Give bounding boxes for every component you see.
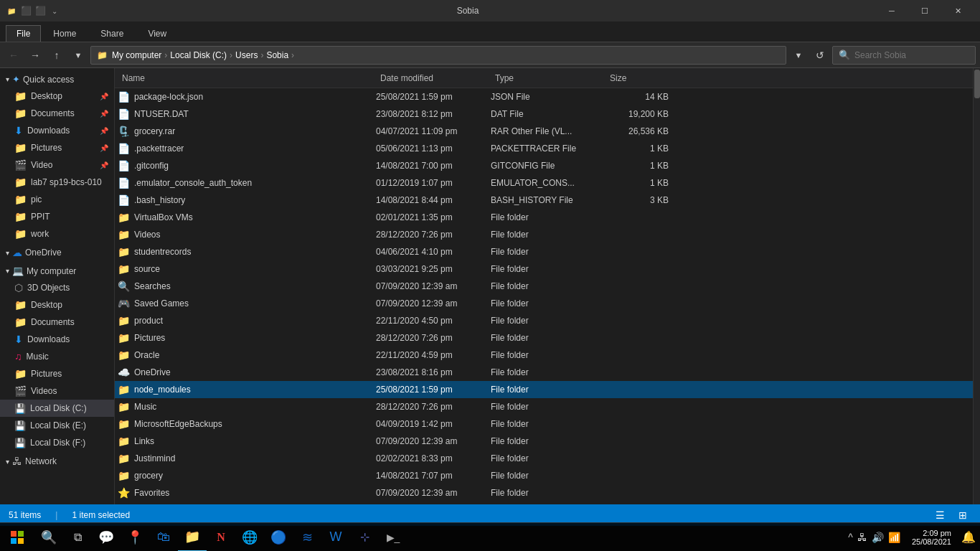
table-row[interactable]: 📁 Oracle 22/11/2020 4:59 pm File folder: [115, 347, 973, 364]
table-row[interactable]: 📁 Videos 28/12/2020 7:26 pm File folder: [115, 226, 973, 243]
table-row[interactable]: 📁 node_modules 25/08/2021 1:59 pm File f…: [115, 381, 973, 398]
tab-file[interactable]: File: [6, 25, 41, 42]
tray-network-icon[interactable]: 🖧: [857, 532, 867, 543]
col-header-size[interactable]: Size: [606, 68, 677, 88]
back-button[interactable]: ←: [4, 46, 23, 65]
terminal-button[interactable]: ▶_: [379, 523, 407, 552]
search-box[interactable]: 🔍: [832, 46, 976, 65]
quick-access-icon[interactable]: ⬛: [20, 5, 32, 17]
sidebar-item-localdisk-f[interactable]: 💾 Local Disk (F:): [0, 434, 114, 451]
notification-button[interactable]: 🔔: [957, 523, 980, 552]
refresh-button[interactable]: ↺: [811, 46, 829, 65]
table-row[interactable]: 🗜️ grocery.rar 04/07/2021 11:09 pm RAR O…: [115, 123, 973, 140]
sidebar-item-music-mc[interactable]: ♫ Music: [0, 348, 114, 365]
word-button[interactable]: W: [321, 523, 350, 552]
tray-speaker-icon[interactable]: 🔊: [872, 532, 884, 543]
sidebar-item-localdisk-c[interactable]: 💾 Local Disk (C:): [0, 400, 114, 417]
tab-home[interactable]: Home: [41, 25, 88, 42]
sidebar-item-lab7[interactable]: 📁 lab7 sp19-bcs-010: [0, 174, 114, 191]
browser-button[interactable]: 🌐: [235, 523, 264, 552]
sidebar-item-videos-mc[interactable]: 🎬 Videos: [0, 382, 114, 400]
recent-locations-button[interactable]: ▼: [69, 46, 88, 65]
sidebar-item-pictures-qa[interactable]: 📁 Pictures 📌: [0, 139, 114, 156]
close-button[interactable]: ✕: [941, 0, 974, 22]
search-input[interactable]: [854, 50, 969, 60]
table-row[interactable]: 📄 NTUSER.DAT 23/08/2021 8:12 pm DAT File…: [115, 105, 973, 123]
table-row[interactable]: 📄 .gitconfig 14/08/2021 7:00 pm GITCONFI…: [115, 157, 973, 174]
sidebar-header-network[interactable]: ▾ 🖧 Network: [0, 453, 114, 470]
cisco-button[interactable]: ≋: [293, 523, 321, 552]
path-users[interactable]: Users: [235, 50, 258, 60]
table-row[interactable]: 🔍 Searches 07/09/2020 12:39 am File fold…: [115, 278, 973, 295]
sidebar-header-onedrive[interactable]: ▾ ☁ OneDrive: [0, 244, 114, 261]
sidebar-item-documents-mc[interactable]: 📁 Documents: [0, 314, 114, 331]
maps-button[interactable]: 📍: [121, 523, 149, 552]
col-header-date[interactable]: Date modified: [376, 68, 491, 88]
tray-arrow-icon[interactable]: ^: [848, 532, 853, 543]
table-row[interactable]: 📁 Links 07/09/2020 12:39 am File folder: [115, 433, 973, 450]
address-dropdown-button[interactable]: ▼: [789, 46, 808, 65]
table-row[interactable]: 📁 Music 28/12/2020 7:26 pm File folder: [115, 398, 973, 415]
sidebar-item-localdisk-e[interactable]: 💾 Local Disk (E:): [0, 417, 114, 434]
table-row[interactable]: 📁 VirtualBox VMs 02/01/2021 1:35 pm File…: [115, 209, 973, 226]
sidebar-item-documents-qa[interactable]: 📁 Documents 📌: [0, 105, 114, 122]
chrome-button[interactable]: 🔵: [264, 523, 293, 552]
details-view-button[interactable]: ☰: [931, 507, 948, 524]
maximize-button[interactable]: ☐: [908, 0, 941, 22]
large-icons-button[interactable]: ⊞: [954, 507, 971, 524]
table-row[interactable]: 📁 source 03/03/2021 9:25 pm File folder: [115, 260, 973, 278]
table-row[interactable]: 🎮 Saved Games 07/09/2020 12:39 am File f…: [115, 295, 973, 312]
sidebar-item-work[interactable]: 📁 work: [0, 225, 114, 242]
vscode-button[interactable]: ⊹: [350, 523, 379, 552]
tab-view[interactable]: View: [136, 25, 179, 42]
store-button[interactable]: 🛍: [149, 523, 178, 552]
table-row[interactable]: 📄 package-lock.json 25/08/2021 1:59 pm J…: [115, 88, 973, 105]
sidebar-header-mycomputer[interactable]: ▾ 💻 My computer: [0, 263, 114, 279]
sidebar-item-pic[interactable]: 📁 pic: [0, 191, 114, 208]
path-sobia[interactable]: Sobia: [266, 50, 288, 60]
path-mycomputer[interactable]: My computer: [112, 50, 161, 60]
table-row[interactable]: 📁 eclipse-workspace 09/07/2021 5:23 pm F…: [115, 501, 973, 504]
sidebar-item-3dobjects[interactable]: ⬡ 3D Objects: [0, 279, 114, 296]
search-button[interactable]: 🔍: [34, 523, 63, 552]
sidebar-item-video-qa[interactable]: 🎬 Video 📌: [0, 156, 114, 174]
sidebar-item-pictures-mc[interactable]: 📁 Pictures: [0, 365, 114, 382]
sidebar-item-downloads-qa[interactable]: ⬇ Downloads 📌: [0, 122, 114, 139]
clock[interactable]: 2:09 pm 25/08/2021: [906, 529, 957, 546]
table-row[interactable]: ☁️ OneDrive 23/08/2021 8:16 pm File fold…: [115, 364, 973, 381]
col-header-type[interactable]: Type: [491, 68, 606, 88]
netflix-button[interactable]: N: [207, 523, 235, 552]
sidebar-header-quickaccess[interactable]: ▾ ✦ Quick access: [0, 71, 114, 88]
tray-wifi-icon[interactable]: 📶: [888, 532, 900, 543]
sidebar-item-ppit[interactable]: 📁 PPIT: [0, 208, 114, 225]
table-row[interactable]: 📁 Pictures 28/12/2020 7:26 pm File folde…: [115, 329, 973, 347]
minimize-button[interactable]: ─: [875, 0, 908, 22]
up-button[interactable]: ↑: [47, 46, 66, 65]
sidebar-item-desktop-mc[interactable]: 📁 Desktop: [0, 296, 114, 314]
customize-icon[interactable]: ⌄: [49, 5, 60, 17]
table-row[interactable]: 📁 studentrecords 04/06/2021 4:10 pm File…: [115, 243, 973, 260]
col-type-label: Type: [495, 73, 514, 83]
table-row[interactable]: 📁 product 22/11/2020 4:50 pm File folder: [115, 312, 973, 329]
table-row[interactable]: 📁 grocery 14/08/2021 7:07 pm File folder: [115, 467, 973, 484]
col-header-name[interactable]: Name: [118, 68, 376, 88]
start-button[interactable]: [0, 523, 34, 552]
path-localdisk[interactable]: Local Disk (C:): [170, 50, 227, 60]
table-row[interactable]: ⭐ Favorites 07/09/2020 12:39 am File fol…: [115, 484, 973, 501]
table-row[interactable]: 📄 .bash_history 14/08/2021 8:44 pm BASH_…: [115, 192, 973, 209]
tab-share[interactable]: Share: [88, 25, 136, 42]
forward-button[interactable]: →: [26, 46, 44, 65]
sidebar-item-desktop-qa[interactable]: 📁 Desktop 📌: [0, 88, 114, 105]
table-row[interactable]: 📄 .packettracer 05/06/2021 1:13 pm PACKE…: [115, 140, 973, 157]
explorer-button[interactable]: 📁: [178, 523, 207, 552]
scrollbar[interactable]: [973, 68, 980, 504]
file-date: 07/09/2020 12:39 am: [376, 436, 491, 446]
address-path[interactable]: 📁 My computer › Local Disk (C:) › Users …: [90, 46, 786, 65]
table-row[interactable]: 📁 Justinmind 02/02/2021 8:33 pm File fol…: [115, 450, 973, 467]
table-row[interactable]: 📁 MicrosoftEdgeBackups 04/09/2019 1:42 p…: [115, 415, 973, 433]
cortana-button[interactable]: 💬: [92, 523, 121, 552]
title-menu-icon[interactable]: ⬛: [34, 5, 46, 17]
taskview-button[interactable]: ⧉: [63, 523, 92, 552]
table-row[interactable]: 📄 .emulator_console_auth_token 01/12/201…: [115, 174, 973, 192]
sidebar-item-downloads-mc[interactable]: ⬇ Downloads: [0, 331, 114, 348]
